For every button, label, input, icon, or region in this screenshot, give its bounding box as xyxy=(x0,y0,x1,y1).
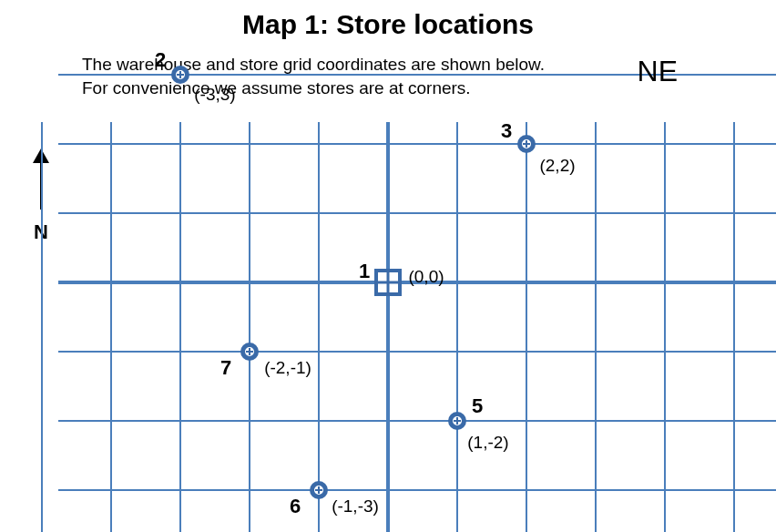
grid-line-vertical xyxy=(249,122,250,532)
store-marker xyxy=(517,135,536,153)
grid-line-horizontal xyxy=(58,143,776,145)
point-coord-label: (-1,-3) xyxy=(332,496,379,517)
store-marker xyxy=(171,66,189,84)
point-id: 5 xyxy=(472,394,483,418)
store-marker xyxy=(448,412,466,430)
grid-line-vertical xyxy=(179,122,181,532)
store-marker xyxy=(310,481,328,499)
grid-line-vertical xyxy=(595,122,597,532)
grid-line-vertical xyxy=(456,122,458,532)
grid-line-vertical xyxy=(318,122,320,532)
point-coord-label: (0,0) xyxy=(408,267,444,287)
point-coord-label: (2,2) xyxy=(539,156,575,176)
point-coord-label: (1,-2) xyxy=(467,433,508,453)
grid-line-vertical xyxy=(733,122,735,532)
point-id: 7 xyxy=(220,356,231,380)
point-coord-label: (-3,3) xyxy=(194,85,235,105)
point-id: 2 xyxy=(155,48,166,72)
grid-line-horizontal xyxy=(58,212,776,214)
grid-line-vertical xyxy=(526,122,527,532)
store-marker xyxy=(240,343,259,361)
point-id: 6 xyxy=(290,495,301,518)
grid-line-horizontal xyxy=(58,489,776,491)
y-axis xyxy=(386,122,390,532)
grid-line-vertical xyxy=(110,122,112,532)
grid-line-vertical xyxy=(664,122,666,532)
warehouse-marker xyxy=(374,269,402,296)
ne-label: NE xyxy=(638,55,678,88)
grid-line-horizontal xyxy=(58,420,776,422)
point-id: 3 xyxy=(501,119,512,143)
grid-line-horizontal xyxy=(58,351,776,353)
point-coord-label: (-2,-1) xyxy=(264,358,311,378)
point-id: 1 xyxy=(359,260,370,283)
grid-line-vertical xyxy=(41,122,43,532)
